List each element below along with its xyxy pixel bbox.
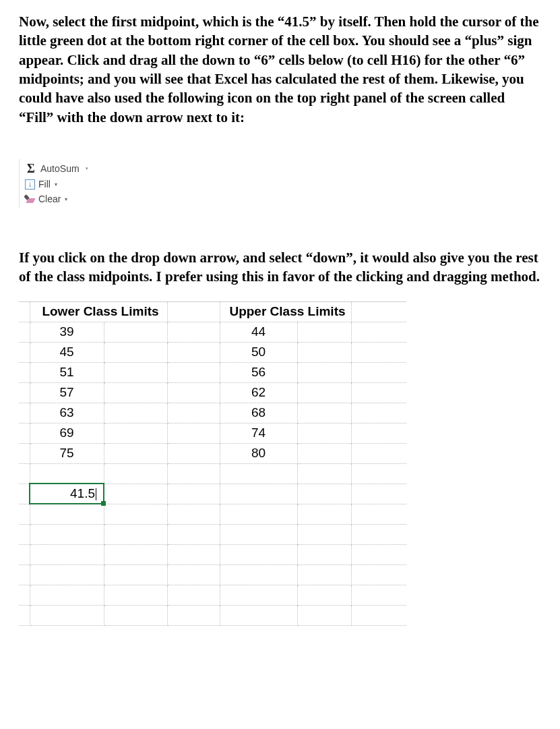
table-row bbox=[19, 524, 406, 544]
table-row: 5156 bbox=[19, 362, 406, 382]
table-row: 4550 bbox=[19, 342, 406, 362]
fill-down-icon: ↓ bbox=[25, 179, 35, 189]
upper-limit-cell[interactable]: 50 bbox=[220, 342, 297, 362]
upper-limit-cell[interactable]: 44 bbox=[220, 322, 297, 342]
midpoint-value: 41.5 bbox=[70, 486, 95, 500]
text-cursor bbox=[96, 488, 96, 500]
autosum-button[interactable]: Σ AutoSum ▾ bbox=[24, 161, 106, 177]
clear-button[interactable]: Clear ▾ bbox=[24, 192, 106, 206]
lower-limit-cell[interactable]: 39 bbox=[30, 322, 104, 342]
dropdown-arrow-icon[interactable]: ▾ bbox=[55, 181, 57, 187]
class-limits-spreadsheet: Lower Class Limits Upper Class Limits 39… bbox=[19, 301, 406, 626]
upper-limit-cell[interactable]: 80 bbox=[220, 443, 297, 463]
dropdown-arrow-icon[interactable]: ▾ bbox=[86, 166, 88, 171]
table-row bbox=[19, 585, 406, 605]
lower-class-limits-header: Lower Class Limits bbox=[30, 301, 167, 322]
excel-editing-ribbon-panel: Σ AutoSum ▾ ↓ Fill ▾ Clear ▾ bbox=[19, 159, 106, 208]
autosum-label: AutoSum bbox=[40, 163, 80, 174]
upper-limit-cell[interactable]: 62 bbox=[220, 382, 297, 403]
upper-limit-cell[interactable]: 56 bbox=[220, 362, 297, 382]
table-row bbox=[19, 544, 406, 564]
lower-limit-cell[interactable]: 63 bbox=[30, 403, 104, 423]
table-row: 41.5 bbox=[19, 484, 406, 504]
table-row bbox=[19, 504, 406, 524]
eraser-icon bbox=[25, 195, 35, 204]
table-row: 7580 bbox=[19, 443, 406, 463]
instruction-paragraph-1: Now, select the first midpoint, which is… bbox=[19, 12, 541, 127]
upper-class-limits-header: Upper Class Limits bbox=[220, 301, 351, 322]
fill-button[interactable]: ↓ Fill ▾ bbox=[24, 177, 106, 192]
table-row bbox=[19, 605, 406, 625]
table-row: Lower Class Limits Upper Class Limits bbox=[19, 301, 406, 322]
table-row: 6974 bbox=[19, 423, 406, 443]
table-row: 5762 bbox=[19, 382, 406, 403]
fill-handle[interactable] bbox=[101, 501, 106, 506]
sigma-icon: Σ bbox=[25, 163, 37, 175]
lower-limit-cell[interactable]: 45 bbox=[30, 342, 104, 362]
lower-limit-cell[interactable]: 75 bbox=[30, 443, 104, 463]
table-row: 6368 bbox=[19, 403, 406, 423]
lower-limit-cell[interactable]: 51 bbox=[30, 362, 104, 382]
table-row: 3944 bbox=[19, 322, 406, 342]
fill-label: Fill bbox=[38, 179, 51, 189]
instruction-paragraph-2: If you click on the drop down arrow, and… bbox=[19, 248, 541, 287]
table-row bbox=[19, 564, 406, 585]
clear-label: Clear bbox=[38, 194, 61, 204]
table-row bbox=[19, 463, 406, 484]
lower-limit-cell[interactable]: 69 bbox=[30, 423, 104, 443]
upper-limit-cell[interactable]: 68 bbox=[220, 403, 297, 423]
upper-limit-cell[interactable]: 74 bbox=[220, 423, 297, 443]
lower-limit-cell[interactable]: 57 bbox=[30, 382, 104, 403]
midpoint-selected-cell[interactable]: 41.5 bbox=[30, 484, 104, 504]
dropdown-arrow-icon[interactable]: ▾ bbox=[65, 196, 67, 202]
